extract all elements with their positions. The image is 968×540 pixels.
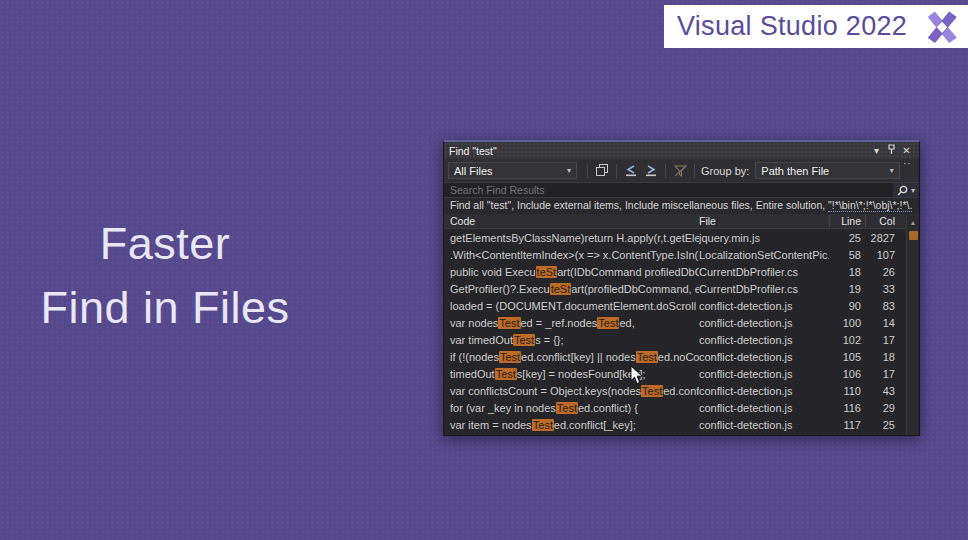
result-file: CurrentDbProfiler.cs xyxy=(699,266,829,278)
group-by-label: Group by: xyxy=(701,165,749,177)
search-icon[interactable] xyxy=(897,185,908,196)
result-col: 43 xyxy=(865,385,901,397)
result-row[interactable]: for (var _key in nodesTested.conflict) {… xyxy=(444,399,919,416)
panel-toolbar: All Files ▾ Group by: Path then File xyxy=(444,159,919,182)
match-highlight: Test xyxy=(556,402,578,414)
headline-line1: Faster xyxy=(0,212,330,276)
result-file: conflict-detection.js xyxy=(699,317,829,329)
result-col: 17 xyxy=(865,368,901,380)
result-code: GetProfiler()?.ExecuteStart(profiledDbCo… xyxy=(444,283,699,295)
group-by-dropdown[interactable]: Path then File ▾ xyxy=(755,162,899,179)
result-code: getElementsByClassName)return H.apply(r,… xyxy=(444,232,699,244)
result-code: var item = nodesTested.conflict[_key]; xyxy=(444,419,699,431)
close-icon[interactable]: ✕ xyxy=(899,145,914,156)
chevron-down-icon: ▾ xyxy=(884,166,894,175)
match-highlight: Test xyxy=(597,317,619,329)
copy-results-icon[interactable] xyxy=(592,161,612,180)
toolbar-separator xyxy=(665,164,666,178)
exclusion-pattern-link[interactable]: "!*\bin\*;!*\obj\*;!*\. xyxy=(828,199,912,212)
result-col: 29 xyxy=(865,402,901,414)
result-row[interactable]: var item = nodesTested.conflict[_key];co… xyxy=(444,416,919,433)
result-col: 18 xyxy=(865,351,901,363)
match-highlight: Test xyxy=(636,351,658,363)
result-col: 26 xyxy=(865,266,901,278)
result-file: conflict-detection.js xyxy=(699,419,829,431)
result-line: 117 xyxy=(829,419,865,431)
result-line: 19 xyxy=(829,283,865,295)
panel-titlebar[interactable]: Find "test" ▾ ✕ xyxy=(444,142,919,159)
toolbar-overflow-button[interactable]: ·· xyxy=(900,159,915,169)
scope-dropdown-value: All Files xyxy=(454,165,493,177)
panel-title: Find "test" xyxy=(449,145,869,157)
result-col: 25 xyxy=(865,419,901,431)
chevron-down-icon: ▾ xyxy=(561,166,571,175)
result-row[interactable]: var nodesTested = _ref.nodesTested,confl… xyxy=(444,314,919,331)
result-line: 106 xyxy=(829,368,865,380)
vs-2022-badge: Visual Studio 2022 xyxy=(664,5,968,48)
headline-line2: Find in Files xyxy=(0,276,330,340)
result-row[interactable]: if (!(nodesTested.conflict[key] || nodes… xyxy=(444,348,919,365)
results-rows: getElementsByClassName)return H.apply(r,… xyxy=(444,229,919,433)
result-code: .With<ContentItemIndex>(x => x.ContentTy… xyxy=(444,249,699,261)
group-by-value: Path then File xyxy=(761,165,829,177)
scroll-up-icon[interactable]: ▲ xyxy=(910,216,917,229)
result-code: if (!(nodesTested.conflict[key] || nodes… xyxy=(444,351,699,363)
result-line: 90 xyxy=(829,300,865,312)
result-line: 100 xyxy=(829,317,865,329)
match-highlight: Test xyxy=(495,368,517,380)
result-line: 102 xyxy=(829,334,865,346)
find-summary-text: Find all "test", Include external items,… xyxy=(450,199,828,211)
column-header-line[interactable]: Line xyxy=(829,215,865,227)
result-line: 58 xyxy=(829,249,865,261)
result-row[interactable]: public void ExecuteStart(IDbCommand prof… xyxy=(444,263,919,280)
result-col: 83 xyxy=(865,300,901,312)
search-options-chevron-icon[interactable]: ▾ xyxy=(911,186,915,195)
result-code: public void ExecuteStart(IDbCommand prof… xyxy=(444,266,699,278)
page-background: Visual Studio 2022 Faster Find in Files … xyxy=(0,0,968,540)
column-header-file[interactable]: File xyxy=(699,215,829,227)
window-position-chevron-icon[interactable]: ▾ xyxy=(869,145,884,156)
result-row[interactable]: loaded = (DOCUMENT.documentElement.doScr… xyxy=(444,297,919,314)
find-results-panel: Find "test" ▾ ✕ All Files ▾ xyxy=(443,140,920,436)
scrollbar-thumb[interactable] xyxy=(909,231,918,240)
clear-filter-icon[interactable] xyxy=(670,161,690,180)
visual-studio-logo-icon xyxy=(923,9,961,45)
column-header-col[interactable]: Col xyxy=(865,215,901,227)
result-row[interactable]: var timedOutTests = {};conflict-detectio… xyxy=(444,331,919,348)
search-buttons[interactable]: ▾ xyxy=(893,183,919,197)
result-file: conflict-detection.js xyxy=(699,351,829,363)
vertical-scrollbar[interactable]: ▲ xyxy=(906,216,919,435)
result-file: jquery.min.js xyxy=(699,232,829,244)
results-header: Code File Line Col xyxy=(444,214,919,229)
search-find-results-input[interactable] xyxy=(444,183,893,197)
result-code: loaded = (DOCUMENT.documentElement.doScr… xyxy=(444,300,699,312)
match-highlight: Test xyxy=(499,351,521,363)
result-line: 18 xyxy=(829,266,865,278)
result-file: conflict-detection.js xyxy=(699,368,829,380)
result-code: var timedOutTests = {}; xyxy=(444,334,699,346)
pin-icon[interactable] xyxy=(884,144,899,157)
column-header-code[interactable]: Code xyxy=(444,215,699,227)
result-line: 110 xyxy=(829,385,865,397)
result-col: 33 xyxy=(865,283,901,295)
result-row[interactable]: timedOutTests[key] = nodesFound[key];con… xyxy=(444,365,919,382)
scope-dropdown[interactable]: All Files ▾ xyxy=(448,162,577,179)
previous-location-icon[interactable] xyxy=(621,161,641,180)
result-col: 2827 xyxy=(865,232,901,244)
result-file: conflict-detection.js xyxy=(699,300,829,312)
result-col: 107 xyxy=(865,249,901,261)
match-highlight: teSt xyxy=(550,283,572,295)
next-location-icon[interactable] xyxy=(641,161,661,180)
result-row[interactable]: getElementsByClassName)return H.apply(r,… xyxy=(444,229,919,246)
result-file: LocalizationSetContentPic... xyxy=(699,249,829,261)
result-file: CurrentDbProfiler.cs xyxy=(699,283,829,295)
result-row[interactable]: .With<ContentItemIndex>(x => x.ContentTy… xyxy=(444,246,919,263)
result-row[interactable]: var conflictsCount = Object.keys(nodesTe… xyxy=(444,382,919,399)
vs-badge-title: Visual Studio 2022 xyxy=(664,11,923,42)
result-line: 25 xyxy=(829,232,865,244)
match-highlight: Test xyxy=(641,385,663,397)
result-code: var conflictsCount = Object.keys(nodesTe… xyxy=(444,385,699,397)
result-row[interactable]: GetProfiler()?.ExecuteStart(profiledDbCo… xyxy=(444,280,919,297)
match-highlight: teSt xyxy=(536,266,558,278)
find-summary: Find all "test", Include external items,… xyxy=(444,198,919,214)
